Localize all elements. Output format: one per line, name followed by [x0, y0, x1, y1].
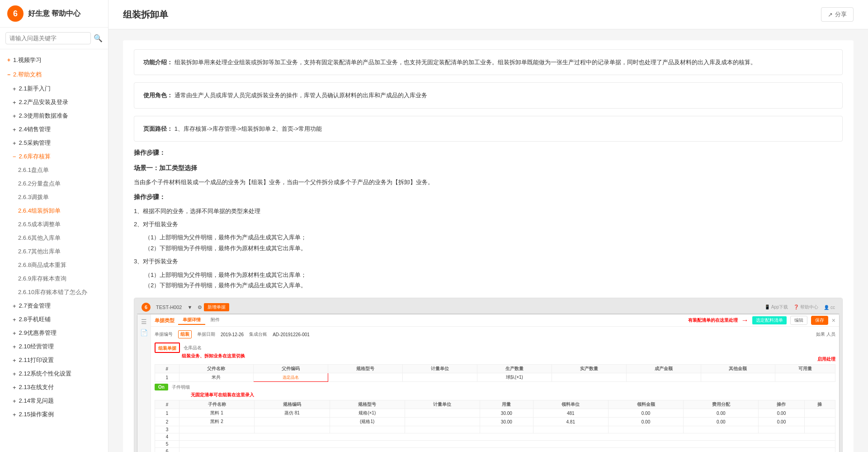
mock-cr2-10 [804, 418, 835, 426]
mock-ch-1: 子件名称 [179, 400, 255, 409]
mock-child-row-5: 5 [155, 441, 835, 448]
mock-ch-3: 规格型号 [330, 400, 405, 409]
mock-cell-actual-qty [552, 373, 626, 382]
mock-th-2: 父件编码 [254, 365, 328, 373]
sidebar-item-213[interactable]: + 2.13在线支付 [0, 381, 108, 394]
mock-ch-6: 领料单位 [533, 400, 608, 409]
mock-close-btn[interactable]: × [832, 317, 835, 324]
sidebar-leaf-265[interactable]: 2.6.5成本调整单 [0, 218, 108, 231]
plus-icon-23: + [13, 113, 16, 119]
sidebar-item-29[interactable]: + 2.9优惠券管理 [0, 326, 108, 340]
sidebar-item-210[interactable]: + 2.10经营管理 [0, 340, 108, 353]
mock-confirm-btn[interactable]: 选定配料清单 [752, 316, 787, 324]
mock-cell-unit [403, 373, 477, 382]
sidebar-leaf-268[interactable]: 2.6.8商品成本重算 [0, 258, 108, 272]
mock-cell-code: 选定品名 [254, 373, 328, 382]
mock-ch-10: 操 [804, 400, 835, 409]
plus-icon-29: + [13, 330, 16, 337]
search-button[interactable]: 🔍 [94, 34, 103, 43]
mock-assemble-toggle[interactable]: 组装单据 [155, 343, 180, 353]
mock-child-row-2: 2 黑料 2 (规格1) 30.00 4.81 0.00 [155, 418, 835, 426]
main-header: 组装拆卸单 ↗ 分享 [108, 0, 868, 29]
feature-intro-card: 功能介绍： 组装拆卸单用来处理企业组装或拆卸等加工业务，支持有固定装配清单的产品… [134, 49, 843, 75]
mock-th-8: 其他金额 [701, 365, 775, 373]
sidebar-item-215[interactable]: + 2.15操作案例 [0, 408, 108, 421]
mock-cr1-0: 1 [155, 409, 179, 418]
sidebar-item-25[interactable]: + 2.5采购管理 [0, 136, 108, 150]
mock-tab-active[interactable]: 单据详情 [178, 316, 205, 325]
mock-cell-name: 米共 [179, 373, 254, 382]
sidebar-item-27[interactable]: + 2.7资金管理 [0, 299, 108, 313]
sidebar-item-video[interactable]: + 1.视频学习 [0, 53, 108, 67]
mock-cr3-10 [804, 426, 835, 433]
mock-form-label-3: 集成台账 [249, 331, 267, 338]
sidebar-leaf-2610[interactable]: 2.6.10库存账本错了怎么办 [0, 285, 108, 299]
sidebar-leaf-269[interactable]: 2.6.9库存账本查询 [0, 272, 108, 285]
mock-save-btn[interactable]: 保存 [811, 316, 828, 325]
sidebar-leaf-262[interactable]: 2.6.2分量盘点单 [0, 177, 108, 190]
share-button[interactable]: ↗ 分享 [821, 7, 854, 22]
mock-form-label-2: 单据日期 [197, 331, 215, 338]
mock-titlebar: 单据类型 单据详情 附件 有装配清单的在这里处理 → [151, 314, 839, 327]
mock-parent-table: # 父件名称 父件编码 规格型号 计量单位 生产数量 实产数量 [155, 364, 835, 382]
mock-nav-icon-1: ☰ [141, 318, 147, 325]
role-text: 通常由生产人员或库管人员完成拆装业务的操作，库管人员确认原材料的出库和产成品的入… [175, 92, 427, 99]
ops-section: 操作步骤： 场景一：加工类型选择 当由多个子件材料组装成一个成品的业务为【组装】… [134, 149, 843, 452]
sidebar-item-23[interactable]: + 2.3使用前数据准备 [0, 109, 108, 123]
main-area: 组装拆卸单 ↗ 分享 功能介绍： 组装拆卸单用来处理企业组装或拆卸等加工业务，支… [108, 0, 868, 452]
sidebar-leaf-266[interactable]: 2.6.6其他入库单 [0, 231, 108, 245]
plus-icon-28: + [13, 316, 16, 323]
sidebar-leaf-264[interactable]: 2.6.4组装拆卸单 [0, 204, 108, 218]
sidebar-item-26[interactable]: − 2.6库存核算 [0, 150, 108, 163]
plus-icon-27: + [13, 303, 16, 309]
mock-form-body: 单据编号 组装 单据日期 2019-12-26 集成台账 AD-20191226… [151, 327, 839, 452]
plus-icon-21: + [13, 86, 16, 92]
mock-help-icon: ❓ 帮助中心 [793, 304, 818, 310]
mock-dropdown-icon: ▼ [187, 305, 192, 310]
sidebar-item-21[interactable]: + 2.1新手入门 [0, 82, 108, 95]
search-bar: 🔍 [0, 28, 108, 49]
mock-ch-7: 领料金额 [608, 400, 683, 409]
mock-window: ☰ 📄 ⚙ 单据类型 单据详情 [137, 314, 840, 452]
mock-edit-btn[interactable]: 编辑 [790, 316, 807, 325]
plus-icon-214: + [13, 398, 16, 404]
mock-cell-prod-qty: 球队(×1) [477, 373, 552, 382]
mock-th-9: 可用量 [775, 365, 835, 373]
mock-cr2-2 [255, 418, 330, 426]
sidebar-item-214[interactable]: + 2.14常见问题 [0, 394, 108, 408]
sidebar-leaf-261[interactable]: 2.6.1盘点单 [0, 163, 108, 177]
minus-icon: − [7, 71, 10, 78]
sidebar-item-24[interactable]: + 2.4销售管理 [0, 123, 108, 136]
feature-intro-text: 组装拆卸单用来处理企业组装或拆卸等加工业务，支持有固定装配清单的产品加工业务，也… [175, 59, 756, 66]
mock-cr5-0: 5 [155, 441, 179, 448]
sidebar-leaf-263[interactable]: 2.6.3调拨单 [0, 190, 108, 204]
nav-section-video: + 1.视频学习 [0, 53, 108, 67]
mock-cr1-9: 0.00 [759, 409, 804, 418]
path-label: 页面路径： [143, 125, 173, 132]
mock-arrow-right: → [741, 316, 749, 324]
mock-ch-5: 用量 [480, 400, 533, 409]
sidebar-item-28[interactable]: + 2.8手机旺铺 [0, 313, 108, 326]
mock-logo: 6 [142, 303, 151, 312]
mock-new-btn[interactable]: 新增单据 [204, 303, 229, 311]
mock-annotation3: 启用处理 [155, 356, 835, 362]
sidebar-item-211[interactable]: + 2.11打印设置 [0, 353, 108, 367]
sidebar-leaf-267[interactable]: 2.6.7其他出库单 [0, 245, 108, 258]
sidebar-item-212[interactable]: + 2.12系统个性化设置 [0, 367, 108, 381]
sidebar-header: 6 好生意 帮助中心 [0, 0, 108, 28]
mock-form-value-date: 2019-12-26 [221, 332, 244, 337]
nav-tree: + 1.视频学习 − 2.帮助文档 + 2.1新手入门 + 2.2产品安装及登录 [0, 49, 108, 452]
step3-sub2: （2）下部明细为子件明细，最终作为产成品生成其它入库单。 [145, 280, 843, 290]
mock-cr5-rest [179, 441, 835, 448]
mock-child-row-6: 6 [155, 448, 835, 452]
sidebar-item-22[interactable]: + 2.2产品安装及登录 [0, 95, 108, 109]
search-input[interactable] [5, 32, 91, 44]
step2-sub2: （2）下部明细为子件明细，最终作为原材料生成其它出库单。 [145, 243, 843, 253]
plus-icon-210: + [13, 343, 16, 350]
mock-on-toggle[interactable]: On [155, 384, 168, 390]
steps-sub-heading: 操作步骤： [134, 193, 843, 201]
screenshot-container: 6 TEST-H002 ▼ ⚙ 新增单据 📱 App下载 ❓ 帮助中心 👤 cc [134, 298, 843, 452]
sidebar-item-help[interactable]: − 2.帮助文档 [0, 67, 108, 82]
mock-cr3-8 [684, 426, 759, 433]
mock-tab-inactive[interactable]: 附件 [206, 316, 224, 325]
